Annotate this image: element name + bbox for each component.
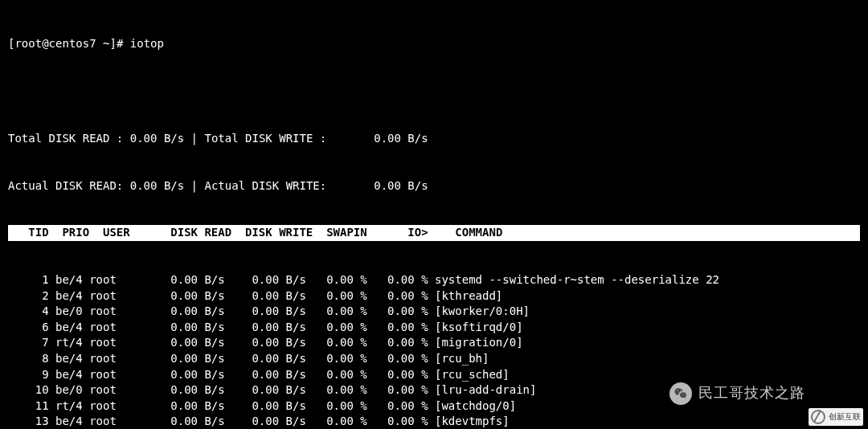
process-row: 7 rt/4 root 0.00 B/s 0.00 B/s 0.00 % 0.0… [8,335,860,351]
actual-write-label: Actual DISK WRITE: [204,179,326,192]
brand-badge: 创新互联 [809,408,863,426]
column-header-row[interactable]: TID PRIO USER DISK READ DISK WRITE SWAPI… [8,225,860,241]
actual-read-label: Actual DISK READ: [8,179,123,192]
actual-write-value: 0.00 B/s [374,179,428,192]
watermark: 民工哥技术之路 [669,382,805,405]
watermark-text: 民工哥技术之路 [698,383,805,403]
shell-prompt-line: [root@centos7 ~]# iotop [8,36,860,52]
wechat-icon [669,382,692,405]
process-row: 13 be/4 root 0.00 B/s 0.00 B/s 0.00 % 0.… [8,414,860,429]
total-write-label: Total DISK WRITE : [204,132,326,145]
actual-read-value: 0.00 B/s [130,179,184,192]
total-read-label: Total DISK READ : [8,132,123,145]
process-list: 1 be/4 root 0.00 B/s 0.00 B/s 0.00 % 0.0… [8,272,860,429]
prompt-user: root [14,37,42,50]
summary-total: Total DISK READ : 0.00 B/s | Total DISK … [8,131,860,147]
process-row: 6 be/4 root 0.00 B/s 0.00 B/s 0.00 % 0.0… [8,320,860,336]
brand-icon [811,410,825,424]
summary-actual: Actual DISK READ: 0.00 B/s | Actual DISK… [8,178,860,194]
prompt-at: @ [42,37,48,50]
process-row: 9 be/4 root 0.00 B/s 0.00 B/s 0.00 % 0.0… [8,367,860,383]
blank-line [8,84,860,100]
process-row: 1 be/4 root 0.00 B/s 0.00 B/s 0.00 % 0.0… [8,272,860,288]
process-row: 4 be/0 root 0.00 B/s 0.00 B/s 0.00 % 0.0… [8,304,860,320]
terminal[interactable]: [root@centos7 ~]# iotop Total DISK READ … [0,0,868,429]
total-write-value: 0.00 B/s [374,132,428,145]
process-row: 8 be/4 root 0.00 B/s 0.00 B/s 0.00 % 0.0… [8,351,860,367]
prompt-close: ] [109,37,116,50]
separator: | [191,132,198,145]
process-row: 2 be/4 root 0.00 B/s 0.00 B/s 0.00 % 0.0… [8,288,860,304]
prompt-command: iotop [130,37,164,50]
prompt-host: centos7 [49,37,96,50]
separator: | [191,179,198,192]
brand-text: 创新互联 [829,411,861,423]
total-read-value: 0.00 B/s [130,132,184,145]
